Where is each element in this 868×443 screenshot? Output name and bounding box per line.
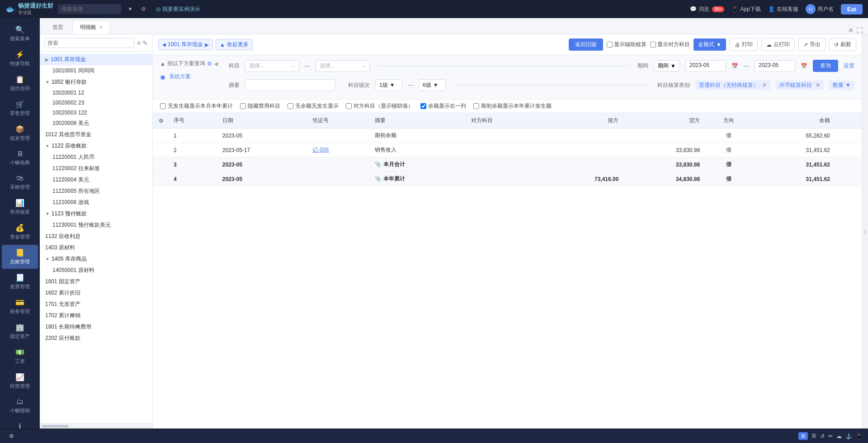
more-icon[interactable]: ··· bbox=[291, 63, 295, 69]
show-auxiliary-check[interactable]: 显示辅助核算 bbox=[607, 41, 646, 48]
tab-expand-btn[interactable]: ⛶ bbox=[856, 27, 863, 34]
sidebar-item-salary[interactable]: 💵 工资 bbox=[2, 344, 38, 368]
more-icon2[interactable]: ··· bbox=[361, 63, 366, 69]
tree-node-11220002[interactable]: 11220002 往来标签 bbox=[40, 163, 152, 174]
voucher-link[interactable]: 记-006 bbox=[312, 147, 329, 153]
period-start-input[interactable]: 2023-05 bbox=[685, 60, 726, 72]
tree-search-input[interactable] bbox=[44, 38, 134, 48]
td-voucher[interactable]: 记-006 bbox=[308, 143, 370, 157]
tree-node-1602[interactable]: 1602 累计折旧 bbox=[40, 287, 152, 299]
tree-node-11220004[interactable]: 11220004 美元 bbox=[40, 174, 152, 186]
bottom-cloud-icon[interactable]: ☁ bbox=[836, 433, 842, 439]
sidebar-item-quick-nav[interactable]: ⚡ 快捷导航 bbox=[2, 47, 38, 71]
tree-node-1012[interactable]: 1012 其他货币资金 bbox=[40, 129, 152, 140]
tree-node-1601[interactable]: 1601 固定资产 bbox=[40, 276, 152, 287]
filter-no-balance-show-checkbox[interactable] bbox=[288, 103, 293, 109]
right-collapse-handle[interactable]: › bbox=[862, 34, 868, 429]
tree-node-1123[interactable]: ▼ 1123 预付账款 bbox=[40, 208, 152, 219]
tree-node-1001[interactable]: ▶ 1001 库存现金 bbox=[40, 54, 152, 65]
bottom-edit-icon[interactable]: ✏ bbox=[828, 433, 833, 439]
tab-home[interactable]: 首页 bbox=[45, 21, 71, 34]
period-end-input[interactable]: 2023-05 bbox=[755, 60, 795, 72]
back-old-btn[interactable]: 返回旧版 bbox=[569, 38, 603, 51]
message-btn[interactable]: 💬 消息 99+ bbox=[690, 5, 724, 13]
level-end-select[interactable]: 6级 ▼ bbox=[419, 79, 446, 91]
bottom-lang-en-btn[interactable]: 英 bbox=[811, 433, 816, 439]
show-opposite-checkbox[interactable] bbox=[650, 42, 656, 48]
topbar-gear-icon[interactable]: ⚙ bbox=[141, 6, 146, 12]
bottom-mobile-icon[interactable]: 📱 bbox=[856, 433, 863, 439]
show-opposite-check[interactable]: 显示对方科目 bbox=[650, 41, 690, 48]
search-btn[interactable]: 查询 bbox=[813, 60, 838, 72]
tree-node-11220005[interactable]: 11220005 所在地区 bbox=[40, 186, 152, 197]
tree-node-10020006[interactable]: 10020006 美元 bbox=[40, 118, 152, 129]
settings-btn[interactable]: 设置 bbox=[844, 62, 854, 70]
filter-no-balance-checkbox[interactable] bbox=[160, 103, 166, 109]
sidebar-item-mini-report[interactable]: 🗂 小畅报销 bbox=[2, 394, 38, 418]
sidebar-item-general-ledger[interactable]: 📒 总账管理 bbox=[2, 245, 38, 269]
scheme-settings-icon[interactable]: ⚙ bbox=[207, 61, 212, 67]
filter-period-balance-checkbox[interactable] bbox=[473, 103, 479, 109]
tree-node-1122[interactable]: ▼ 1122 应收账款 bbox=[40, 140, 152, 152]
tag-normal[interactable]: 普通科目（无特殊核算） ✕ bbox=[695, 81, 770, 90]
account-nav-icon[interactable]: ▶ bbox=[205, 42, 209, 48]
sidebar-item-purchase[interactable]: 🛍 采购管理 bbox=[2, 171, 38, 194]
tree-scroll-bar[interactable] bbox=[40, 423, 152, 429]
tree-node-1002[interactable]: ▼ 1002 银行存款 bbox=[40, 76, 152, 88]
period-type-select[interactable]: 期间 ▼ bbox=[654, 60, 680, 71]
summary-input[interactable] bbox=[245, 79, 335, 91]
tree-node-1403[interactable]: 1403 原材料 bbox=[40, 242, 152, 253]
sidebar-item-basic-info[interactable]: ℹ 基础信息 bbox=[2, 419, 38, 429]
tag-quantity[interactable]: 数量 ▼ bbox=[829, 81, 854, 90]
bottom-anchor-icon[interactable]: ⚓ bbox=[845, 433, 852, 439]
eat-button[interactable]: Eat bbox=[841, 4, 863, 14]
tree-list-icon[interactable]: ≡ bbox=[137, 39, 141, 47]
online-service-btn[interactable]: 👤 在线客服 bbox=[768, 5, 798, 13]
export-btn[interactable]: ↗ 导出 bbox=[798, 38, 826, 51]
sidebar-item-fixed-assets[interactable]: 🏢 固定资产 bbox=[2, 319, 38, 343]
tree-node-11230001[interactable]: 11230001 预付账款美元 bbox=[40, 219, 152, 231]
sidebar-item-invoice[interactable]: 🧾 发票管理 bbox=[2, 270, 38, 294]
search-dropdown-icon[interactable]: ▼ bbox=[127, 6, 133, 12]
tree-node-1702[interactable]: 1702 累计摊销 bbox=[40, 310, 152, 321]
topbar-search-input[interactable] bbox=[58, 4, 121, 14]
quantity-down-icon[interactable]: ▼ bbox=[845, 82, 851, 88]
subject-start-field[interactable]: 选择... ··· bbox=[245, 60, 299, 72]
filter-balance-one-col-checkbox[interactable] bbox=[420, 103, 426, 109]
app-download-btn[interactable]: 📱 App下载 bbox=[731, 5, 760, 13]
sidebar-item-finance[interactable]: 💰 资金管理 bbox=[2, 220, 38, 244]
filter-hide-disabled-checkbox[interactable] bbox=[240, 103, 246, 109]
level-start-select[interactable]: 1级 ▼ bbox=[375, 79, 402, 91]
tree-node-1405[interactable]: ▼ 1405 库存商品 bbox=[40, 253, 152, 265]
refresh-btn[interactable]: ↺ 刷新 bbox=[829, 38, 856, 51]
tree-add-icon[interactable]: ✎ bbox=[142, 39, 148, 47]
tree-node-10010001[interactable]: 10010001 同同同 bbox=[40, 65, 152, 76]
tab-close-btn[interactable]: ✕ bbox=[848, 27, 854, 34]
bottom-lang-zh-btn[interactable]: ⊞ bbox=[798, 432, 808, 440]
filter-opposite-show[interactable]: 对方科目（显示辅助项） bbox=[346, 102, 413, 110]
tree-node-11220006[interactable]: 11220006 游戏 bbox=[40, 197, 152, 208]
th-gear[interactable]: ⚙ bbox=[153, 113, 169, 129]
cloud-print-btn[interactable]: ☁ 云打印 bbox=[761, 38, 795, 51]
tree-scrollbar-thumb[interactable] bbox=[42, 425, 69, 428]
date-cal-start-icon[interactable]: 📅 bbox=[731, 63, 738, 69]
tree-node-1132[interactable]: 1132 应收利息 bbox=[40, 231, 152, 242]
sidebar-item-ecom[interactable]: 🖥 小畅电商 bbox=[2, 146, 38, 170]
tag-foreign[interactable]: 外币核算科目 ✕ bbox=[776, 81, 824, 90]
sidebar-item-search-menu[interactable]: 🔍 搜索菜单 bbox=[2, 22, 38, 46]
tree-node-2202[interactable]: 2202 应付账款 bbox=[40, 333, 152, 344]
filter-period-balance[interactable]: 期初余额显示本年累计发生额 bbox=[473, 102, 552, 110]
user-btn[interactable]: U 用户名 bbox=[806, 4, 834, 14]
print-btn[interactable]: 🖨 打印 bbox=[730, 38, 758, 51]
tree-node-1701[interactable]: 1701 无形资产 bbox=[40, 299, 152, 310]
filter-hide-disabled[interactable]: 隐藏禁用科目 bbox=[240, 102, 280, 110]
sidebar-item-project[interactable]: 📋 项目合同 bbox=[2, 71, 38, 95]
subject-end-field[interactable]: 选择... ··· bbox=[316, 60, 370, 72]
tree-node-14050001[interactable]: 14050001 原材料 bbox=[40, 265, 152, 276]
filter-no-balance-show[interactable]: 无余额无发生显示 bbox=[288, 102, 339, 110]
tab-detail-ledger[interactable]: 明细账 ✕ bbox=[72, 20, 110, 34]
sidebar-item-operations[interactable]: 📈 经营管理 bbox=[2, 369, 38, 393]
sidebar-item-inventory[interactable]: 📊 库存核算 bbox=[2, 195, 38, 219]
scheme-collapse-icon[interactable]: ◀ bbox=[214, 61, 218, 67]
bottom-gear-btn[interactable]: ⚙ bbox=[5, 432, 18, 440]
